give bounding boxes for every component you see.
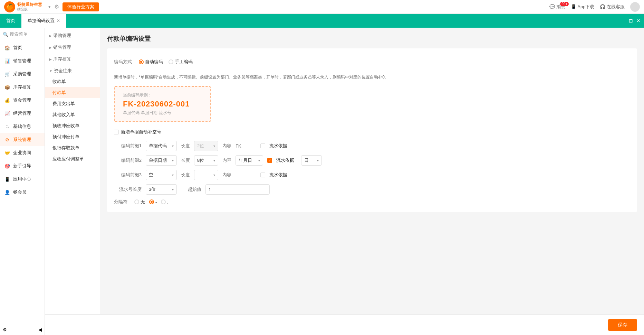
sub-item-bank-deposit[interactable]: 银行存取款单: [45, 142, 100, 153]
separator-dot-option[interactable]: .: [161, 199, 169, 205]
sub-item-payment[interactable]: 付款单: [45, 87, 100, 98]
serial-row: 流水号长度 3位 ▾ 起始值: [114, 184, 630, 195]
settings-icon[interactable]: ⚙: [54, 3, 59, 10]
period-select[interactable]: 日 ▾: [301, 155, 322, 166]
prefix-row-3: 编码前缀3 空 ▾ 长度 ▾ 内容 流水依据: [114, 170, 630, 180]
sidebar-item-sales-label: 销售管理: [13, 58, 31, 64]
top-bar: 🍊 畅捷通好生意 插晶版 ▾ ⚙ 体验行业方案 💬 消息 99+ 📱 App下载…: [0, 0, 644, 14]
tab-close-icon[interactable]: ✕: [57, 18, 60, 23]
sidebar-item-basic-info[interactable]: 🗂 基础信息: [0, 120, 45, 133]
bottom-bar: 保存: [45, 314, 644, 335]
length-1-label: 长度: [181, 143, 190, 149]
separator-none-radio[interactable]: [134, 199, 139, 204]
preview-code: FK-20230602-001: [123, 100, 202, 109]
sub-group-inventory-title[interactable]: ▶ 库存核算: [45, 54, 100, 64]
sub-item-other-income[interactable]: 其他收入单: [45, 109, 100, 120]
auto-fill-checkbox-row[interactable]: 新增单据自动补空号: [114, 129, 630, 135]
sidebar-item-cooperation[interactable]: 🤝 企业协同: [0, 146, 45, 159]
system-icon: ⚙: [4, 137, 10, 143]
sub-group-purchase-title[interactable]: ▶ 采购管理: [45, 30, 100, 41]
separator-none-option[interactable]: 无: [134, 199, 145, 205]
length-2-value: 8位: [197, 157, 204, 164]
auto-encode-option[interactable]: 自动编码: [139, 59, 163, 65]
auto-encode-radio[interactable]: [139, 59, 144, 64]
tab-home[interactable]: 首页: [0, 14, 21, 28]
serial-length-select[interactable]: 3位 ▾: [146, 184, 177, 195]
window-restore-icon[interactable]: ⊡: [629, 18, 633, 24]
separator-dot-label: .: [167, 199, 169, 205]
sidebar: 🔍 搜索菜单 🏠 首页 📊 销售管理 🛒 采购管理 📦 库存核算 💰 资金管理 …: [0, 28, 45, 335]
prefix-3-label: 编码前缀3: [114, 172, 142, 178]
content-1-label: 内容: [222, 143, 231, 149]
sub-item-prepay-receivable[interactable]: 预收冲应收单: [45, 120, 100, 131]
length-2-select[interactable]: 8位 ▾: [194, 155, 218, 166]
serial-length-label: 流水号长度: [114, 186, 142, 193]
prefix-3-select[interactable]: 空 ▾: [146, 170, 177, 180]
length-3-label: 长度: [181, 172, 190, 178]
sidebar-item-sales[interactable]: 📊 销售管理: [0, 54, 45, 67]
user-avatar[interactable]: [630, 2, 640, 12]
manual-encode-label: 手工编码: [175, 59, 193, 65]
sub-item-ar-ap-adjust[interactable]: 应收应付调整单: [45, 153, 100, 165]
start-value-input[interactable]: [205, 184, 270, 195]
tab-encoding-settings[interactable]: 单据编码设置 ✕: [21, 14, 66, 28]
serial-checkbox-3[interactable]: [260, 173, 265, 177]
prefix-1-select[interactable]: 单据代码 ▾: [146, 141, 177, 151]
sub-group-finance-title[interactable]: ▼ 资金往来: [45, 66, 100, 76]
app-label: App下载: [577, 4, 594, 9]
content-2-select[interactable]: 年月日 ▾: [236, 155, 263, 166]
sidebar-item-guide[interactable]: 🎯 新手引导: [0, 159, 45, 173]
sidebar-item-system-label: 系统管理: [13, 137, 31, 143]
purchase-icon: 🛒: [4, 71, 10, 77]
length-1-value: 2位: [197, 143, 204, 149]
search-menu[interactable]: 🔍 搜索菜单: [0, 28, 45, 41]
length-3-select[interactable]: ▾: [194, 170, 218, 180]
member-icon: 👤: [4, 189, 10, 195]
sidebar-item-finance-label: 资金管理: [13, 97, 31, 103]
sidebar-collapse-icon[interactable]: ◀: [38, 327, 42, 332]
chevron-right-icon: ▶: [49, 34, 52, 38]
sidebar-item-purchase[interactable]: 🛒 采购管理: [0, 67, 45, 81]
sidebar-item-app-center[interactable]: 📱 应用中心: [0, 173, 45, 186]
manual-encode-radio[interactable]: [169, 59, 173, 64]
separator-dot-radio[interactable]: [161, 199, 166, 204]
prefix-2-select[interactable]: 单据日期 ▾: [146, 155, 177, 166]
sub-group-sales: ▶ 销售管理: [45, 42, 100, 53]
sidebar-item-member[interactable]: 👤 畅会员: [0, 186, 45, 199]
sub-item-receipt[interactable]: 收款单: [45, 76, 100, 87]
sub-group-purchase: ▶ 采购管理: [45, 30, 100, 41]
manual-encode-option[interactable]: 手工编码: [169, 59, 193, 65]
app-download-button[interactable]: 📱 App下载: [571, 4, 594, 10]
tab-bar-right: ⊡ ✕: [629, 18, 644, 24]
sub-item-prepay-payable[interactable]: 预付冲应付单: [45, 131, 100, 142]
auto-fill-label: 新增单据自动补空号: [121, 129, 161, 135]
serial-checkbox-1[interactable]: [260, 143, 265, 148]
message-button[interactable]: 💬 消息 99+: [549, 4, 565, 10]
service-button[interactable]: 🎧 在线客服: [600, 4, 625, 10]
search-icon: 🔍: [3, 32, 8, 37]
sidebar-item-finance[interactable]: 💰 资金管理: [0, 94, 45, 107]
app-icon: 📱: [571, 4, 576, 9]
save-button[interactable]: 保存: [608, 319, 637, 331]
separator-dash-label: -: [155, 199, 157, 205]
sidebar-item-inventory[interactable]: 📦 库存核算: [0, 81, 45, 94]
prefix-3-caret: ▾: [172, 173, 174, 177]
sidebar-item-operations[interactable]: 📈 经营管理: [0, 107, 45, 120]
separator-dash-option[interactable]: -: [149, 199, 157, 205]
period-caret: ▾: [317, 159, 319, 162]
sidebar-item-system[interactable]: ⚙ 系统管理: [0, 133, 45, 146]
sidebar-item-home[interactable]: 🏠 首页: [0, 41, 45, 54]
brand-line1: 畅捷通好生意: [17, 2, 42, 7]
sidebar-settings-icon[interactable]: ⚙: [3, 327, 7, 332]
dropdown-arrow[interactable]: ▾: [48, 4, 51, 9]
experience-button[interactable]: 体验行业方案: [63, 2, 99, 11]
sub-group-sales-title[interactable]: ▶ 销售管理: [45, 42, 100, 53]
tab-bar: 首页 单据编码设置 ✕ ⊡ ✕: [0, 14, 644, 28]
inventory-icon: 📦: [4, 84, 10, 90]
serial-checkbox-2[interactable]: ✓: [267, 158, 272, 163]
finance-icon: 💰: [4, 97, 10, 103]
auto-fill-checkbox[interactable]: [114, 130, 119, 134]
window-close-icon[interactable]: ✕: [636, 18, 641, 24]
sub-item-expense[interactable]: 费用支出单: [45, 98, 100, 109]
separator-dash-radio[interactable]: [149, 199, 154, 204]
